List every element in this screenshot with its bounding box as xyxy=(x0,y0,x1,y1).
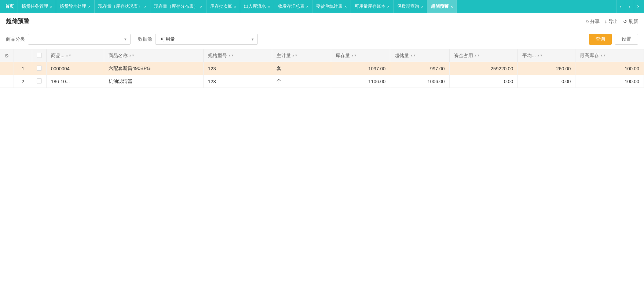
row-product-code: 0000004 xyxy=(47,62,104,75)
row-checkbox[interactable] xyxy=(37,66,42,71)
row-gear-cell xyxy=(0,62,14,75)
nav-tab-home-label: 首页 xyxy=(5,3,14,10)
product-category-select[interactable]: ▾ xyxy=(28,34,131,45)
row-product-name: 六配套新昌490BPG xyxy=(104,62,204,75)
nav-tab-home[interactable]: 首页 xyxy=(1,0,18,13)
share-icon: ⎋ xyxy=(586,19,589,24)
nav-tab-quality-check-close[interactable]: × xyxy=(421,4,423,9)
nav-arrow-close[interactable]: × xyxy=(634,0,643,13)
sort-icon-product-name: ▲▼ xyxy=(129,54,135,57)
col-max-stock-header[interactable]: 最高库存 ▲▼ xyxy=(575,49,644,62)
col-gear[interactable]: ⚙ xyxy=(0,49,14,62)
nav-tab-batch-account-close[interactable]: × xyxy=(234,4,236,9)
col-index-header xyxy=(14,49,32,62)
nav-tab-batch-account[interactable]: 库存批次账 × xyxy=(206,0,240,13)
nav-tab-in-out-flow[interactable]: 出入库流水 × xyxy=(240,0,274,13)
nav-tab-abnormal-proc-label: 拣货异常处理 xyxy=(60,3,86,10)
col-product-code-header[interactable]: 商品... ▲▼ xyxy=(47,49,104,62)
setting-button[interactable]: 设置 xyxy=(615,34,638,45)
export-label: 导出 xyxy=(608,18,618,25)
table-row: 1 0000004 六配套新昌490BPG 123 套 1097.00 997.… xyxy=(0,62,644,75)
row-max-stock: 100.00 xyxy=(575,62,644,75)
nav-tab-task-mgmt-close[interactable]: × xyxy=(50,4,52,9)
col-check-header[interactable] xyxy=(32,49,47,62)
sort-icon-unit: ▲▼ xyxy=(292,54,298,57)
nav-arrow-right[interactable]: › xyxy=(625,0,634,13)
product-category-label: 商品分类 xyxy=(6,36,25,42)
row-spec: 123 xyxy=(204,75,272,88)
col-spec-header[interactable]: 规格型号 ▲▼ xyxy=(204,49,272,62)
row-checkbox[interactable] xyxy=(37,78,42,84)
nav-tab-overstock-warn-label: 超储预警 xyxy=(431,3,449,10)
filter-group-category: 商品分类 ▾ xyxy=(6,34,131,45)
row-capital: 259220.00 xyxy=(449,62,518,75)
query-button[interactable]: 查询 xyxy=(589,34,612,45)
nav-tab-stock-dist[interactable]: 现存量（库存分布表） × xyxy=(150,0,206,13)
sort-icon-spec: ▲▼ xyxy=(228,54,234,57)
nav-tab-stock-status-close[interactable]: × xyxy=(144,4,146,9)
nav-tab-abnormal-proc[interactable]: 拣货异常处理 × xyxy=(56,0,94,13)
col-unit-header[interactable]: 主计量 ▲▼ xyxy=(272,49,331,62)
nav-tab-overstock-warn-close[interactable]: × xyxy=(450,4,453,9)
col-stock-header[interactable]: 库存量 ▲▼ xyxy=(331,49,390,62)
export-action[interactable]: ↓ 导出 xyxy=(605,18,618,25)
nav-arrow-left[interactable]: ‹ xyxy=(616,0,625,13)
row-spec: 123 xyxy=(204,62,272,75)
nav-tab-avail-account-label: 可用量库存账本 xyxy=(355,3,385,10)
nav-tab-order-stats[interactable]: 要货单统计表 × xyxy=(312,0,351,13)
nav-tab-abnormal-proc-close[interactable]: × xyxy=(88,4,90,9)
row-overstock: 997.00 xyxy=(390,62,449,75)
row-max-stock: 100.00 xyxy=(575,75,644,88)
col-product-name-header[interactable]: 商品名称 ▲▼ xyxy=(104,49,204,62)
nav-tab-stock-status[interactable]: 现存量（库存状况表） × xyxy=(95,0,150,13)
row-check-cell[interactable] xyxy=(32,62,47,75)
page-header: 超储预警 ⎋ 分享 ↓ 导出 ↺ 刷新 xyxy=(0,13,644,29)
sort-icon-avg: ▲▼ xyxy=(537,54,543,57)
row-avg: 0.00 xyxy=(518,75,575,88)
product-category-arrow: ▾ xyxy=(124,37,127,42)
nav-tab-overstock-warn[interactable]: 超储预警 × xyxy=(427,0,457,13)
nav-tab-in-out-flow-close[interactable]: × xyxy=(268,4,270,9)
share-action[interactable]: ⎋ 分享 xyxy=(586,18,600,25)
nav-tab-collect-summary-label: 收发存汇总表 xyxy=(278,3,304,10)
refresh-label: 刷新 xyxy=(629,18,638,25)
col-overstock-header[interactable]: 超储量 ▲▼ xyxy=(390,49,449,62)
nav-tab-collect-summary-close[interactable]: × xyxy=(306,4,308,9)
gear-settings-icon[interactable]: ⚙ xyxy=(4,53,9,59)
row-stock: 1106.00 xyxy=(331,75,390,88)
row-overstock: 1006.00 xyxy=(390,75,449,88)
nav-tab-task-mgmt-label: 拣货任务管理 xyxy=(22,3,48,10)
select-all-checkbox[interactable] xyxy=(37,53,42,58)
col-avg-header[interactable]: 平均... ▲▼ xyxy=(518,49,575,62)
nav-tab-avail-account-close[interactable]: × xyxy=(387,4,389,9)
nav-tab-stock-dist-close[interactable]: × xyxy=(200,4,202,9)
row-stock: 1097.00 xyxy=(331,62,390,75)
row-index-cell: 1 xyxy=(14,62,32,75)
nav-tab-task-mgmt[interactable]: 拣货任务管理 × xyxy=(18,0,56,13)
nav-tab-order-stats-close[interactable]: × xyxy=(344,4,347,9)
nav-tab-avail-account[interactable]: 可用量库存账本 × xyxy=(351,0,394,13)
sort-icon-max-stock: ▲▼ xyxy=(600,54,606,57)
datasource-arrow: ▾ xyxy=(252,37,254,42)
table-body: 1 0000004 六配套新昌490BPG 123 套 1097.00 997.… xyxy=(0,62,644,88)
row-gear-cell xyxy=(0,75,14,88)
filter-group-datasource: 数据源 可用量 ▾ xyxy=(138,34,258,45)
datasource-label: 数据源 xyxy=(138,36,152,42)
refresh-action[interactable]: ↺ 刷新 xyxy=(623,18,638,25)
nav-tab-collect-summary[interactable]: 收发存汇总表 × xyxy=(274,0,312,13)
nav-tab-quality-check-label: 保质期查询 xyxy=(397,3,419,10)
top-navigation: 首页 拣货任务管理 × 拣货异常处理 × 现存量（库存状况表） × 现存量（库存… xyxy=(0,0,644,13)
col-capital-header[interactable]: 资金占用 ▲▼ xyxy=(449,49,518,62)
row-check-cell[interactable] xyxy=(32,75,47,88)
nav-tab-quality-check[interactable]: 保质期查询 × xyxy=(394,0,427,13)
nav-tab-in-out-flow-label: 出入库流水 xyxy=(244,3,266,10)
filter-area: 商品分类 ▾ 数据源 可用量 ▾ 查询 设置 xyxy=(0,29,644,49)
sort-icon-capital: ▲▼ xyxy=(474,54,480,57)
table-container: ⚙ 商品... ▲▼ 商品名称 ▲▼ xyxy=(0,49,644,88)
nav-tab-stock-dist-label: 现存量（库存分布表） xyxy=(154,3,198,10)
nav-tab-stock-status-label: 现存量（库存状况表） xyxy=(98,3,142,10)
datasource-value: 可用量 xyxy=(161,36,175,42)
header-actions: ⎋ 分享 ↓ 导出 ↺ 刷新 xyxy=(586,18,638,25)
row-product-code: 186-10... xyxy=(47,75,104,88)
datasource-select[interactable]: 可用量 ▾ xyxy=(155,34,258,45)
